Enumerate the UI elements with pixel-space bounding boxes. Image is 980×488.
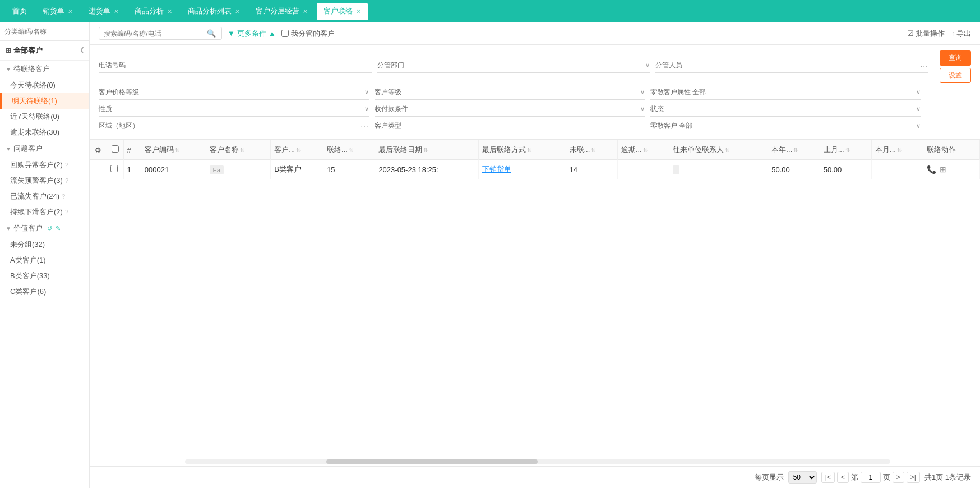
col-this-year[interactable]: 本年...⇅ <box>768 140 820 160</box>
col-last-month[interactable]: 上月...⇅ <box>820 140 871 160</box>
search-icon[interactable]: 🔍 <box>207 29 216 38</box>
close-icon[interactable]: ✕ <box>114 8 119 15</box>
my-customers-checkbox[interactable] <box>281 30 289 37</box>
filter-phone: 电话号码 <box>99 61 372 73</box>
page-size-select[interactable]: 50 100 200 <box>788 471 817 484</box>
price-level-select[interactable]: ∨ <box>144 89 369 96</box>
help-icon[interactable]: ? <box>65 209 68 215</box>
row-settings <box>90 160 107 179</box>
sidebar-item-repurchase[interactable]: 回购异常客户(2) ? <box>0 157 89 173</box>
row-last-method[interactable]: 下销货单 <box>478 160 566 179</box>
horizontal-scrollbar[interactable] <box>90 457 980 466</box>
sidebar-item-7days[interactable]: 近7天待联络(0) <box>0 109 89 125</box>
col-last-method[interactable]: 最后联络方式⇅ <box>478 140 566 160</box>
sort-icon: ⇅ <box>897 147 902 153</box>
settings-button[interactable]: 设置 <box>940 68 971 83</box>
content-area: 🔍 ▼ 更多条件 ▲ 我分管的客户 ☑ 批量操作 ↑ 导出 <box>90 22 980 488</box>
sidebar-item-lost[interactable]: 已流失客户(24) ? <box>0 188 89 204</box>
row-name: Ea <box>206 160 271 179</box>
arrow-icon: ▼ <box>6 146 11 152</box>
nav-purchase[interactable]: 进货单 ✕ <box>82 3 126 20</box>
filter-nature: 性质 ∨ <box>99 104 369 117</box>
dept-select[interactable]: ∨ <box>421 62 650 69</box>
select-all-checkbox[interactable] <box>112 145 119 153</box>
search-input-wrap[interactable]: 🔍 <box>99 27 222 40</box>
row-select-checkbox[interactable] <box>110 165 118 172</box>
retail-select[interactable]: ∨ <box>697 122 921 130</box>
phone-action-icon[interactable]: 📞 <box>927 165 936 174</box>
col-code[interactable]: 客户编码⇅ <box>141 140 206 160</box>
sidebar-search-input[interactable] <box>4 27 89 35</box>
query-button[interactable]: 查询 <box>940 50 971 66</box>
help-icon[interactable]: ? <box>62 193 65 200</box>
page-input[interactable] <box>861 472 881 483</box>
sidebar-item-declining[interactable]: 持续下滑客户(2) ? <box>0 204 89 220</box>
filter-row-2: 客户价格等级 ∨ 客户等级 ∨ 零散客户属性 全部 ∨ <box>99 88 971 100</box>
table-row: 1 000021 Ea B类客户 15 2023-05-23 18:25: 下销… <box>90 160 980 179</box>
col-type[interactable]: 客户...⇅ <box>271 140 323 160</box>
refresh-icon[interactable]: ↺ <box>47 225 52 232</box>
close-icon[interactable]: ✕ <box>303 8 308 15</box>
page-next-btn[interactable]: > <box>893 472 904 483</box>
close-icon[interactable]: ✕ <box>356 8 361 15</box>
sidebar-all-customers[interactable]: ⊞ 全部客户 《 <box>0 41 89 61</box>
col-checkbox[interactable] <box>107 140 123 160</box>
col-name[interactable]: 客户名称⇅ <box>206 140 271 160</box>
col-contact[interactable]: 联络...⇅ <box>323 140 375 160</box>
scrollbar-thumb[interactable] <box>326 459 538 464</box>
row-last-month: 50.00 <box>820 160 871 179</box>
nature-select[interactable]: ∨ <box>142 105 369 113</box>
nav-sales[interactable]: 销货单 ✕ <box>36 3 80 20</box>
payment-select[interactable]: ∨ <box>418 105 645 113</box>
nav-customer-contact[interactable]: 客户联络 ✕ <box>317 3 368 20</box>
col-unit-contact[interactable]: 往来单位联系人⇅ <box>669 140 768 160</box>
sidebar-item-overdue[interactable]: 逾期未联络(30) <box>0 125 89 140</box>
sidebar-item-today[interactable]: 今天待联络(0) <box>0 77 89 93</box>
close-icon[interactable]: ✕ <box>167 8 172 15</box>
col-uncontact[interactable]: 未联...⇅ <box>566 140 617 160</box>
help-icon[interactable]: ? <box>65 162 68 168</box>
nav-home[interactable]: 首页 <box>6 3 34 20</box>
sidebar-item-tomorrow[interactable]: 明天待联络(1) <box>0 93 89 109</box>
close-icon[interactable]: ✕ <box>68 8 73 15</box>
customer-level-select[interactable]: ∨ <box>418 89 645 96</box>
my-customers-filter: 我分管的客户 <box>281 29 335 39</box>
filter-dept: 分管部门 ∨ <box>377 61 650 73</box>
sidebar-item-lostwarning[interactable]: 流失预警客户(3) ? <box>0 173 89 188</box>
col-last-date[interactable]: 最后联络日期⇅ <box>375 140 478 160</box>
sort-icon: ⇅ <box>349 147 353 153</box>
region-select[interactable]: ··· <box>144 122 369 131</box>
sidebar-group-pending[interactable]: ▼ 待联络客户 <box>0 61 89 77</box>
help-icon[interactable]: ? <box>65 177 68 184</box>
nav-customer-tier[interactable]: 客户分层经营 ✕ <box>249 3 315 20</box>
row-checkbox[interactable] <box>107 160 123 179</box>
page-last-btn[interactable]: >| <box>907 472 920 483</box>
filter-row-4: 区域（地区） ··· 客户类型 零散客户 全部 ∨ <box>99 121 971 133</box>
close-icon[interactable]: ✕ <box>235 8 240 15</box>
sidebar-item-a-class[interactable]: A类客户(1) <box>0 252 89 268</box>
retail-attr-select[interactable]: ∨ <box>710 89 921 96</box>
status-select[interactable]: ∨ <box>694 105 921 113</box>
page-first-btn[interactable]: |< <box>821 472 835 483</box>
sidebar-group-problem[interactable]: ▼ 问题客户 <box>0 140 89 157</box>
collapse-icon[interactable]: 《 <box>77 46 84 56</box>
nav-analysis-list[interactable]: 商品分析列表 ✕ <box>181 3 247 20</box>
page-prev-btn[interactable]: < <box>837 472 849 483</box>
more-conditions-btn[interactable]: ▼ 更多条件 ▲ <box>228 29 276 39</box>
col-settings[interactable]: ⚙ <box>90 140 107 160</box>
edit-icon[interactable]: ✎ <box>56 225 61 232</box>
sidebar-group-value[interactable]: ▼ 价值客户 ↺ ✎ <box>0 220 89 237</box>
export-btn[interactable]: ↑ 导出 <box>951 29 972 39</box>
sidebar-item-ungrouped[interactable]: 未分组(32) <box>0 237 89 252</box>
grid-action-icon[interactable]: ⊞ <box>940 165 946 174</box>
row-action: 📞 ⊞ <box>923 160 980 179</box>
chevron-down-icon: ∨ <box>640 105 645 113</box>
col-this-month[interactable]: 本月...⇅ <box>872 140 923 160</box>
nav-analysis[interactable]: 商品分析 ✕ <box>128 3 179 20</box>
col-overdue[interactable]: 逾期...⇅ <box>617 140 669 160</box>
batch-op-btn[interactable]: ☑ 批量操作 <box>907 29 945 39</box>
manager-select[interactable]: ··· <box>699 61 928 70</box>
sidebar-item-c-class[interactable]: C类客户(6) <box>0 284 89 300</box>
search-input[interactable] <box>104 30 205 38</box>
sidebar-item-b-class[interactable]: B类客户(33) <box>0 268 89 284</box>
